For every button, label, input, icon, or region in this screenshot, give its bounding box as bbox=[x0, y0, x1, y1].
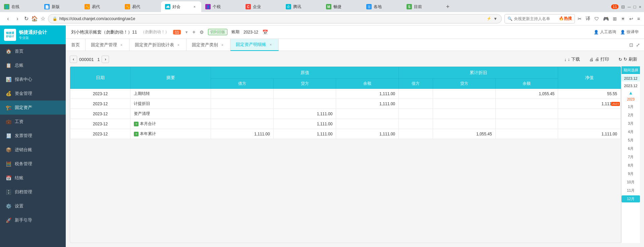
tab-close-category[interactable]: × bbox=[220, 43, 225, 47]
user-button[interactable]: 👤 徐译华 bbox=[620, 29, 639, 35]
dropdown-arrow[interactable]: ▼ bbox=[185, 30, 189, 34]
restore-icon[interactable]: ⊡ bbox=[629, 42, 633, 48]
month-item-7[interactable]: 7月 bbox=[622, 153, 640, 161]
brightness-icon[interactable]: ☀ bbox=[621, 16, 625, 21]
archive-icon: 🗄️ bbox=[5, 189, 11, 195]
browser-tab-haokuaiji[interactable]: ☁️ 好会 × bbox=[161, 1, 201, 12]
tab-close-fixed-assets-mgmt[interactable]: × bbox=[119, 43, 124, 47]
cell-summary: + 本月合计 bbox=[130, 119, 211, 129]
gamepad-icon[interactable]: 🎮 bbox=[603, 16, 609, 21]
translate-icon[interactable]: 译 bbox=[586, 16, 590, 22]
bookmark-button[interactable]: ☆ bbox=[41, 15, 45, 22]
sidebar-item-closing[interactable]: 📅 结账 bbox=[0, 171, 66, 185]
cell-summary: + 本年累计 bbox=[130, 129, 211, 139]
search-bar[interactable]: 🔍 🔥热搜 bbox=[504, 14, 575, 23]
browser-tab-online[interactable]: 🌐 在线 bbox=[0, 1, 40, 12]
tab-close-detail[interactable]: × bbox=[268, 42, 273, 47]
tab-home[interactable]: 首页 bbox=[66, 39, 86, 51]
settings-gear-icon[interactable]: ⚙ bbox=[200, 29, 204, 35]
sidebar-label-reports: 报表中心 bbox=[15, 76, 32, 82]
download-button[interactable]: ↓ ↓ 下载 bbox=[561, 55, 583, 64]
month-item-12[interactable]: 12月 bbox=[622, 195, 640, 202]
sidebar-item-reports[interactable]: 📊 报表中心 bbox=[0, 72, 66, 86]
browser-tab-qiye[interactable]: C 企业 bbox=[241, 1, 282, 12]
new-tab-button[interactable]: + bbox=[443, 1, 453, 12]
tab-close-depreciation[interactable]: × bbox=[176, 43, 181, 47]
cell-net-value: 55.55 bbox=[558, 89, 621, 99]
sidebar-item-home[interactable]: 🏠 首页 bbox=[0, 44, 66, 58]
scroll-up-button[interactable]: ▲ bbox=[622, 90, 640, 96]
service-button[interactable]: 👤 人工咨询 bbox=[594, 29, 616, 35]
back-button[interactable]: ‹ bbox=[4, 15, 12, 23]
cell-date: 2023-12 bbox=[70, 129, 130, 139]
browser-tab-geshui[interactable]: 👤 个税 bbox=[201, 1, 241, 12]
month-item-4[interactable]: 4月 bbox=[622, 128, 640, 135]
tab-fixed-assets-category[interactable]: 固定资产类别 × bbox=[186, 39, 230, 51]
table-row: 2023-12 计提折旧 1,111.00 1,111.00 bbox=[70, 99, 621, 109]
cell-net-value: 1,111.00 2023 bbox=[558, 99, 621, 109]
print-button[interactable]: 🖨 🖨 打印 bbox=[587, 55, 612, 64]
month-item-1[interactable]: 1月 bbox=[622, 103, 640, 110]
sidebar-item-purchase-sales[interactable]: 📦 进销台账 bbox=[0, 143, 66, 157]
month-item-8[interactable]: 8月 bbox=[622, 162, 640, 169]
tab-fixed-assets-dep-label: 固定资产折旧统计表 bbox=[135, 42, 174, 48]
cell-accum-credit bbox=[433, 109, 495, 119]
home-button[interactable]: 🏠 bbox=[31, 15, 38, 22]
shield-icon[interactable]: 🛡 bbox=[594, 16, 599, 21]
hot-search-label[interactable]: 🔥热搜 bbox=[559, 16, 572, 21]
sidebar-label-closing: 结账 bbox=[15, 175, 23, 181]
notification-badge[interactable]: 11 bbox=[611, 4, 619, 9]
month-item-6[interactable]: 6月 bbox=[622, 145, 640, 152]
dropdown-icon[interactable]: ▼ bbox=[493, 16, 497, 21]
browser-tab-tencent[interactable]: 企 腾讯 bbox=[282, 1, 322, 12]
switch-version-button[interactable]: 切到旧版 bbox=[208, 29, 227, 35]
sidebar-item-payroll[interactable]: 💼 工资 bbox=[0, 115, 66, 129]
tab-fixed-assets-detail[interactable]: 固定资产明细账 × bbox=[230, 39, 279, 51]
browser-tab-yidai1[interactable]: ✏️ 易代 bbox=[80, 1, 121, 12]
browser-tab-changjie[interactable]: M 畅捷 bbox=[322, 1, 362, 12]
summary-icon: + bbox=[134, 132, 139, 136]
sidebar-item-funds[interactable]: 💰 资金管理 bbox=[0, 86, 66, 101]
browser-tab-gedi[interactable]: ☰ 各地 bbox=[362, 1, 402, 12]
month-item-9[interactable]: 9月 bbox=[622, 170, 640, 177]
month-item-5[interactable]: 5月 bbox=[622, 137, 640, 144]
add-account-icon[interactable]: + bbox=[193, 29, 196, 35]
tab-menu-icon[interactable]: ⊟ bbox=[621, 4, 625, 9]
forward-button[interactable]: › bbox=[13, 15, 21, 23]
next-page-button[interactable]: › bbox=[102, 56, 109, 63]
sidebar-item-archive[interactable]: 🗄️ 归档管理 bbox=[0, 185, 66, 199]
expand-icon[interactable]: ⤢ bbox=[636, 42, 640, 48]
sidebar-item-settings[interactable]: ⚙️ 设置 bbox=[0, 199, 66, 213]
close-window-icon[interactable]: × bbox=[639, 4, 641, 9]
grid-icon[interactable]: ⊞ bbox=[613, 16, 617, 21]
minimize-icon[interactable]: ─ bbox=[628, 4, 631, 9]
month-item-3[interactable]: 3月 bbox=[622, 120, 640, 127]
refresh-button[interactable]: ↻ ↻ 刷新 bbox=[616, 55, 640, 64]
search-input[interactable] bbox=[514, 16, 557, 21]
tab-home-label: 首页 bbox=[71, 42, 80, 48]
prev-page-button[interactable]: ‹ bbox=[70, 56, 77, 63]
browser-tab-shengcai[interactable]: S 目前 bbox=[402, 1, 443, 12]
scissors-icon[interactable]: ✂ bbox=[578, 16, 582, 21]
period-selected-1[interactable]: 2023.12 bbox=[622, 75, 640, 81]
maximize-icon[interactable]: □ bbox=[634, 4, 636, 9]
browser-tab-new[interactable]: 📄 新版 bbox=[40, 1, 80, 12]
browser-tab-yidai2[interactable]: ✏️ 易代 bbox=[121, 1, 161, 12]
menu-icon[interactable]: ≡ bbox=[637, 16, 640, 21]
sidebar-item-fixed-assets[interactable]: 🏗️ 固定资产 bbox=[0, 101, 66, 115]
sidebar-item-guide[interactable]: 🚀 新手引导 bbox=[0, 213, 66, 227]
period-selected-2[interactable]: 2023.12 bbox=[622, 83, 640, 89]
month-item-2[interactable]: 2月 bbox=[622, 112, 640, 119]
refresh-button[interactable]: ↻ bbox=[24, 15, 29, 22]
sidebar-item-tax[interactable]: 🧮 税务管理 bbox=[0, 157, 66, 171]
tab-fixed-assets-mgmt[interactable]: 固定资产管理 × bbox=[86, 39, 129, 51]
sidebar-item-ledger[interactable]: 📋 总账 bbox=[0, 58, 66, 72]
month-item-11[interactable]: 11月 bbox=[622, 187, 640, 194]
tab-close-icon[interactable]: × bbox=[192, 4, 197, 9]
address-bar[interactable]: 🔒 https://cloud.chanjet.com/accounting/u… bbox=[48, 14, 502, 23]
undo-icon[interactable]: ↩ bbox=[629, 16, 633, 21]
month-item-10[interactable]: 10月 bbox=[622, 179, 640, 186]
tab-fixed-assets-depreciation[interactable]: 固定资产折旧统计表 × bbox=[129, 39, 186, 51]
sidebar-item-invoice[interactable]: 🧾 发票管理 bbox=[0, 129, 66, 143]
calendar-icon[interactable]: 📅 bbox=[262, 29, 268, 35]
